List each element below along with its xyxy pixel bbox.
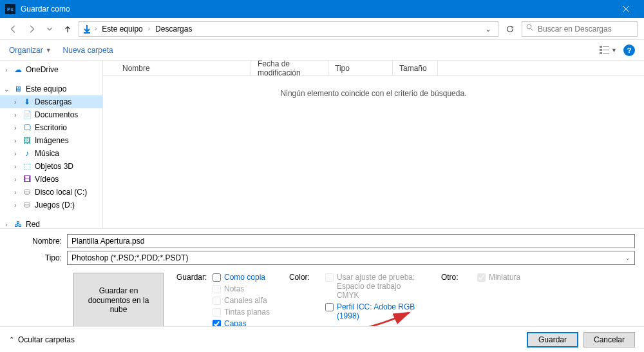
chevron-right-icon: › [95,25,97,32]
search-box[interactable] [522,21,638,37]
tree-this-pc[interactable]: ⌄ 🖥 Este equipo [0,83,102,95]
refresh-button[interactable] [502,21,518,37]
tree-label: Documentos [35,110,78,119]
tree-disk-d[interactable]: › ⛁ Juegos (D:) [0,199,102,211]
breadcrumb-downloads[interactable]: Descargas [153,24,194,34]
empty-message: Ningún elemento coincide con el criterio… [103,76,644,111]
tree-label: Música [35,149,59,158]
tree-label: Disco local (C:) [35,188,87,197]
column-type[interactable]: Tipo [328,61,393,75]
tree-music[interactable]: › ♪ Música [0,147,102,160]
filetype-select[interactable]: Photoshop (*.PSD;*.PDD;*.PSDT) ⌄ [67,251,635,265]
dropdown-icon: ⌄ [625,255,630,261]
svg-rect-4 [600,49,602,51]
close-button[interactable] [613,0,639,18]
checkbox-spot: Tintas planas [213,308,270,317]
breadcrumb-this-pc[interactable]: Este equipo [99,24,145,34]
expand-icon[interactable]: › [12,150,19,157]
desktop-icon: 🖵 [22,122,32,133]
image-icon: 🖼 [22,135,32,146]
expand-icon[interactable]: › [12,112,19,119]
checkbox-alpha: Canales alfa [213,296,270,305]
refresh-icon [506,24,515,34]
column-size[interactable]: Tamaño [393,61,438,75]
tree-disk-c[interactable]: › ⛁ Disco local (C:) [0,186,102,199]
filetype-row: Tipo: Photoshop (*.PSD;*.PDD;*.PSDT) ⌄ [9,251,635,265]
dropdown-icon: ▼ [611,47,617,54]
tree-videos[interactable]: › 🎞 Vídeos [0,173,102,186]
footer: ⌃ Ocultar carpetas Guardar Cancelar [0,326,644,352]
tree-network[interactable]: › 🖧 Red [0,218,102,228]
collapse-icon[interactable]: ⌄ [3,86,10,93]
document-icon: 📄 [22,110,32,120]
onedrive-icon: ☁ [13,64,23,75]
expand-icon[interactable]: › [3,66,10,73]
view-mode-button[interactable]: ▼ [600,46,617,55]
checkbox-as-copy[interactable]: Como copia [213,273,270,282]
tree-onedrive[interactable]: › ☁ OneDrive [0,63,102,76]
cancel-button[interactable]: Cancelar [583,332,635,347]
new-folder-button[interactable]: Nueva carpeta [63,46,113,55]
checkbox-icc-profile[interactable]: Perfil ICC: Adobe RGB (1998) [325,302,422,320]
disk-icon: ⛁ [22,200,32,210]
tree-label: Imágenes [35,136,69,145]
help-button[interactable]: ? [623,44,635,56]
file-list-pane: Nombre Fecha de modificación Tipo Tamaño… [103,61,644,228]
chevron-up-icon: ⌃ [9,336,14,343]
save-button[interactable]: Guardar [527,332,578,347]
expand-icon[interactable]: › [12,124,19,132]
expand-icon[interactable]: › [12,176,19,183]
filename-label: Nombre: [9,237,67,246]
svg-rect-7 [603,53,609,54]
expand-icon[interactable]: › [12,163,19,170]
color-group-label: Color: [289,273,321,328]
folder-tree: › ☁ OneDrive ⌄ 🖥 Este equipo › ⬇ Descarg… [0,61,103,228]
checkbox-proof: Usar ajuste de prueba: Espacio de trabaj… [325,273,422,300]
expand-icon[interactable]: › [12,189,19,196]
hide-folders-button[interactable]: ⌃ Ocultar carpetas [9,335,75,344]
cube-icon: ⬚ [22,161,32,171]
column-date[interactable]: Fecha de modificación [251,61,328,75]
tree-label: Juegos (D:) [35,200,75,210]
svg-rect-6 [600,52,602,54]
forward-button[interactable] [24,22,39,36]
column-name[interactable]: Nombre [103,61,251,75]
expand-icon[interactable]: › [3,221,10,228]
up-button[interactable] [61,22,75,36]
expand-icon[interactable]: › [12,99,19,106]
organize-button[interactable]: Organizar ▼ [9,46,52,55]
close-icon [623,6,629,12]
svg-rect-3 [603,46,609,47]
tree-label: Red [26,220,40,228]
expand-icon[interactable]: › [12,202,19,209]
save-panel: Nombre: Tipo: Photoshop (*.PSD;*.PDD;*.P… [0,228,644,335]
download-icon: ⬇ [22,97,32,107]
checkbox-thumbnail: Miniatura [477,273,520,282]
svg-point-1 [527,24,531,29]
save-cloud-button[interactable]: Guardar en documentos en la nube [73,273,164,328]
search-input[interactable] [538,24,634,34]
back-button[interactable] [6,22,21,36]
svg-rect-2 [600,46,602,48]
app-icon: Ps [5,4,15,14]
tree-label: Vídeos [35,175,59,184]
tree-label: Objetos 3D [35,162,73,171]
tree-label: Descargas [35,97,71,106]
options-area: Guardar en documentos en la nube Guardar… [9,268,635,331]
tree-desktop[interactable]: › 🖵 Escritorio [0,121,102,134]
tree-downloads[interactable]: › ⬇ Descargas [0,95,102,108]
tree-label: OneDrive [26,65,59,74]
video-icon: 🎞 [22,174,32,184]
search-icon [526,24,534,34]
filename-input[interactable] [67,234,635,248]
recent-button[interactable] [43,22,57,36]
tree-objects3d[interactable]: › ⬚ Objetos 3D [0,160,102,173]
tree-documents[interactable]: › 📄 Documentos [0,108,102,121]
breadcrumb[interactable]: › Este equipo › Descargas ⌄ [79,21,498,37]
toolbar: Organizar ▼ Nueva carpeta ▼ ? [0,40,644,61]
expand-icon[interactable]: › [12,137,19,144]
nav-bar: › Este equipo › Descargas ⌄ [0,18,644,40]
breadcrumb-dropdown[interactable]: ⌄ [481,24,495,34]
dropdown-icon: ▼ [46,47,52,54]
tree-images[interactable]: › 🖼 Imágenes [0,134,102,147]
